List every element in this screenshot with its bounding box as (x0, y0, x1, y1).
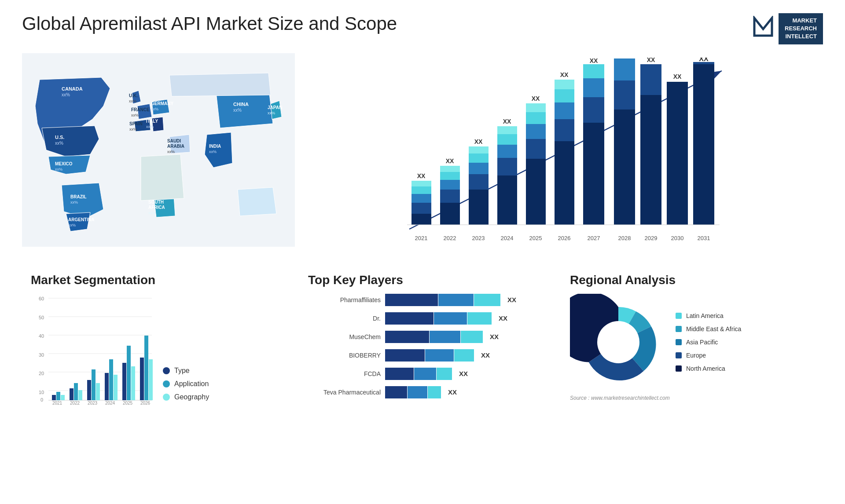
legend-dot-type (163, 367, 170, 374)
svg-text:SPAIN: SPAIN (129, 121, 143, 126)
svg-marker-0 (754, 18, 772, 36)
svg-rect-45 (440, 180, 460, 190)
svg-rect-131 (122, 363, 126, 400)
svg-text:2026: 2026 (558, 235, 571, 241)
svg-text:SOUTH: SOUTH (148, 200, 164, 205)
svg-rect-67 (526, 112, 546, 124)
svg-text:SAUDI: SAUDI (167, 139, 181, 143)
svg-rect-54 (469, 146, 489, 153)
legend-type-label: Type (174, 367, 190, 375)
legend-application-label: Application (174, 380, 209, 388)
svg-text:2022: 2022 (70, 401, 80, 405)
player-bar-seg2 (408, 386, 427, 398)
svg-rect-128 (109, 359, 113, 400)
svg-rect-53 (469, 153, 489, 163)
svg-text:2029: 2029 (645, 235, 658, 241)
legend-dot-geography (163, 394, 170, 401)
player-bar-seg2 (430, 331, 460, 343)
svg-rect-81 (583, 64, 604, 78)
donut-chart (570, 294, 667, 391)
svg-rect-36 (411, 214, 431, 225)
svg-text:xx%: xx% (233, 108, 242, 113)
logo-line1: MARKET (785, 17, 817, 25)
svg-text:2025: 2025 (123, 401, 133, 405)
regional-legend: Latin America Middle East & Africa Asia … (676, 312, 741, 372)
svg-rect-66 (526, 124, 546, 139)
logo-letter (752, 16, 774, 42)
svg-rect-74 (555, 89, 574, 102)
svg-text:0: 0 (40, 397, 43, 402)
svg-text:2031: 2031 (698, 235, 710, 241)
svg-text:30: 30 (39, 352, 44, 358)
player-value: XX (499, 314, 507, 322)
svg-rect-78 (583, 123, 604, 225)
svg-text:xx%: xx% (129, 127, 137, 131)
world-map-svg: CANADA xx% U.S. xx% MEXICO xx% BRAZIL xx… (22, 53, 295, 247)
svg-rect-85 (614, 80, 635, 110)
svg-text:xx%: xx% (167, 150, 175, 154)
player-row: BIOBERRY XX (308, 349, 552, 362)
svg-text:AFRICA: AFRICA (148, 205, 165, 210)
main-grid: CANADA xx% U.S. xx% MEXICO xx% BRAZIL xx… (22, 53, 823, 414)
player-value: XX (459, 370, 468, 377)
svg-rect-127 (105, 373, 109, 400)
svg-text:2028: 2028 (618, 235, 631, 241)
svg-text:XX: XX (621, 58, 629, 58)
legend-geography: Geography (163, 393, 209, 401)
svg-text:2025: 2025 (529, 235, 542, 241)
key-players-section: Top Key Players Pharmaffiliates XX (299, 269, 561, 414)
player-bar-seg3 (437, 368, 452, 380)
world-map-section: CANADA xx% U.S. xx% MEXICO xx% BRAZIL xx… (22, 53, 295, 264)
logo-line3: INTELLECT (785, 33, 817, 40)
reg-legend-dot-latin (676, 313, 682, 319)
svg-text:20: 20 (39, 371, 44, 376)
reg-legend-dot-mea (676, 326, 682, 332)
page-container: Global Apremilast API Market Size and Sc… (0, 0, 845, 504)
reg-legend-label-europe: Europe (686, 352, 706, 359)
seg-chart-svg-wrapper: 60 50 40 30 20 10 0 (31, 294, 154, 410)
svg-text:ARABIA: ARABIA (167, 144, 184, 149)
svg-rect-125 (96, 383, 100, 400)
reg-legend-dot-apac (676, 339, 682, 345)
svg-text:xx%: xx% (151, 107, 158, 111)
player-bar-seg3 (467, 312, 492, 325)
svg-rect-117 (61, 395, 65, 400)
player-bar-container (385, 312, 492, 325)
player-bar-container (385, 368, 452, 380)
svg-text:BRAZIL: BRAZIL (70, 194, 87, 199)
svg-rect-68 (526, 103, 546, 112)
svg-rect-73 (555, 102, 574, 119)
bar-chart-section: XX 2021 XX 2022 (299, 53, 823, 264)
player-bar-seg1 (385, 349, 425, 362)
svg-text:2030: 2030 (671, 235, 684, 241)
svg-text:xx%: xx% (70, 200, 78, 205)
seg-bar-chart: 60 50 40 30 20 10 0 (31, 294, 154, 408)
svg-rect-75 (555, 80, 574, 89)
svg-rect-61 (497, 126, 517, 134)
reg-legend-label-mea: Middle East & Africa (686, 325, 741, 332)
svg-text:xx%: xx% (268, 111, 275, 115)
player-row: Dr. XX (308, 312, 552, 325)
svg-rect-64 (526, 159, 546, 225)
svg-rect-90 (640, 64, 661, 95)
svg-text:INDIA: INDIA (209, 144, 221, 149)
growth-chart-svg: XX 2021 XX 2022 (312, 58, 814, 247)
svg-text:10: 10 (39, 390, 44, 395)
legend-application: Application (163, 380, 209, 388)
player-row: Teva Pharmaceutical XX (308, 386, 552, 398)
svg-text:40: 40 (39, 333, 44, 339)
player-bar-seg3 (428, 386, 441, 398)
svg-text:2024: 2024 (105, 401, 115, 405)
player-bar-seg1 (385, 368, 414, 380)
svg-rect-44 (440, 190, 460, 203)
svg-text:XX: XX (474, 138, 483, 145)
svg-text:XX: XX (417, 172, 426, 179)
player-bar-seg1 (385, 386, 407, 398)
player-name: Teva Pharmaceutical (308, 389, 381, 396)
reg-legend-label-na: North America (686, 365, 725, 372)
regional-section: Regional Analysis (561, 269, 823, 414)
svg-rect-124 (92, 369, 96, 400)
svg-rect-52 (469, 163, 489, 174)
svg-rect-57 (497, 175, 517, 225)
svg-text:xx%: xx% (131, 113, 139, 117)
